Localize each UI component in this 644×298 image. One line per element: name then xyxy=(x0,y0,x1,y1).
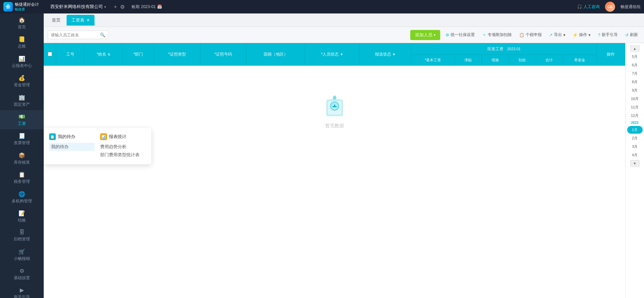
service-button[interactable]: 🎧 人工咨询 xyxy=(577,4,600,10)
popup-todo-item-0[interactable]: 我的待办 xyxy=(49,143,95,151)
reports-header-icon: 📊 xyxy=(100,133,107,140)
company-dropdown[interactable]: 西安虾米网络科技有限公司 ▾ xyxy=(50,4,106,10)
logo-area: 会 畅捷通好会计 畅捷通 xyxy=(3,2,47,12)
month-item-nov[interactable]: 11月 xyxy=(627,103,643,111)
month-item-sep[interactable]: 9月 xyxy=(627,87,643,94)
month-sidebar: ▲ 5月 6月 7月 8月 9月 10月 xyxy=(625,43,644,298)
guide-button[interactable]: ? 新手引导 xyxy=(596,31,620,39)
refresh-icon: ↺ xyxy=(625,33,629,37)
special-deduction-button[interactable]: ＋ 专项附加扣除 xyxy=(480,31,514,39)
sidebar-item-multi-org[interactable]: 🌐 多机构管理 xyxy=(0,188,44,207)
social-security-label: 统一社保设置 xyxy=(451,32,475,38)
sidebar-item-assets[interactable]: 🏢 固定资产 xyxy=(0,91,44,110)
sidebar-item-label: 结账 xyxy=(18,218,26,223)
sidebar-item-close[interactable]: 📝 结账 xyxy=(0,207,44,226)
reports-header-label: 报表统计 xyxy=(109,134,126,140)
tab-salary[interactable]: 工资表 ✕ xyxy=(67,15,94,26)
guide-label: 新手引导 xyxy=(602,32,618,38)
month-item-feb-2023[interactable]: 2月 xyxy=(627,134,643,142)
popup-col-todo: 📋 我的待办 我的待办 xyxy=(49,133,95,159)
checkbox-all-th[interactable] xyxy=(44,43,56,66)
operations-button[interactable]: ⚡ 操作 ▾ xyxy=(571,31,593,39)
tax-report-button[interactable]: 📋 个税申报 xyxy=(517,31,544,39)
sidebar-item-label: 发票管理 xyxy=(14,140,30,145)
settings-side-icon: ⚙ xyxy=(20,268,24,274)
svg-point-5 xyxy=(333,105,334,106)
sidebar-item-label: 首页 xyxy=(18,25,26,29)
sidebar-item-archive[interactable]: 🗄 归档管理 xyxy=(0,226,44,245)
col-status: *人员状态 ▼ xyxy=(305,43,359,66)
select-all-checkbox[interactable] xyxy=(48,52,52,56)
month-item-aug[interactable]: 8月 xyxy=(627,78,643,86)
sidebar-item-home[interactable]: 🏠 首页 xyxy=(0,13,44,33)
sidebar-item-fund[interactable]: 💰 资金管理 xyxy=(0,71,44,91)
sidebar-item-settings[interactable]: ⚙ 基础设置 xyxy=(0,264,44,284)
col-nation: 国籍（地区） xyxy=(247,43,305,66)
sidebar-item-ledger[interactable]: 📒 总账 xyxy=(0,33,44,52)
sidebar-item-label: 库存核算 xyxy=(14,160,30,165)
ledger-icon: 📒 xyxy=(18,36,25,42)
sidebar-item-label: 工资 xyxy=(18,121,26,126)
month-item-jul[interactable]: 7月 xyxy=(627,70,643,77)
month-item-dec[interactable]: 12月 xyxy=(627,112,643,120)
operations-dropdown-icon: ▾ xyxy=(589,33,591,37)
salary-icon: 💵 xyxy=(18,113,25,120)
headphone-icon: 🎧 xyxy=(577,4,582,9)
social-security-button[interactable]: ⚙ 统一社保设置 xyxy=(444,31,477,39)
service-label: 人工咨询 xyxy=(583,4,600,10)
logo-text: 畅捷通好会计 畅捷通 xyxy=(15,2,39,12)
month-item-jun[interactable]: 6月 xyxy=(627,61,643,69)
search-icon: 🔍 xyxy=(100,32,105,37)
sidebar-item-reports[interactable]: 📊 云报表中心 xyxy=(0,52,44,71)
inventory-icon: 📦 xyxy=(18,152,25,159)
sub-col-basic: *基本工资 xyxy=(411,55,455,66)
guide-toolbar-icon: ? xyxy=(598,33,600,37)
add-icon[interactable]: ＋ xyxy=(113,3,118,10)
settings-icon[interactable]: ⚙ xyxy=(120,4,125,10)
month-item-oct[interactable]: 10月 xyxy=(627,95,643,103)
export-button[interactable]: ↗ 导出 ▾ xyxy=(547,31,567,39)
empty-illustration xyxy=(321,93,348,120)
month-item-jan-2023[interactable]: 1月 xyxy=(627,126,643,134)
sidebar-item-guide[interactable]: ▶ 新手引导 xyxy=(0,284,44,298)
sub-col-pension: 养老金 xyxy=(563,55,597,66)
popup-menu: 📋 我的待办 我的待办 📊 报表统计 费用趋势分析 部门费用类型统计表 xyxy=(44,128,151,164)
refresh-button[interactable]: ↺ 刷新 xyxy=(623,31,640,39)
sidebar-item-label: 归档管理 xyxy=(14,237,30,241)
sidebar-item-label: 新手引导 xyxy=(14,295,30,298)
popup-report-item-0[interactable]: 费用趋势分析 xyxy=(100,143,146,151)
company-name: 西安虾米网络科技有限公司 xyxy=(50,4,103,10)
sidebar-item-inventory[interactable]: 📦 库存核算 xyxy=(0,149,44,168)
popup-report-item-1[interactable]: 部门费用类型统计表 xyxy=(100,151,146,159)
user-name: 畅捷通组组 xyxy=(620,4,641,10)
sidebar-item-tax[interactable]: 📋 税务管理 xyxy=(0,168,44,187)
sidebar-item-label: 固定资产 xyxy=(14,102,30,107)
period-label: 账期 xyxy=(131,4,140,10)
dropdown-arrow-icon: ▾ xyxy=(434,33,435,37)
invoice-icon: 🧾 xyxy=(18,133,25,139)
month-item-apr-2023[interactable]: 4月 xyxy=(627,151,643,159)
add-person-button[interactable]: 添加人员 ▾ xyxy=(410,30,440,40)
todo-header-label: 我的待办 xyxy=(58,134,75,140)
table-container: 工号 *姓名 ⇅ *部门 *证照类型 xyxy=(44,43,625,298)
calendar-icon[interactable]: 📅 xyxy=(157,4,162,9)
month-nav-down[interactable]: ▼ xyxy=(630,160,640,167)
sidebar-item-invoice[interactable]: 🧾 发票管理 xyxy=(0,129,44,148)
toolbar-right: 添加人员 ▾ ⚙ 统一社保设置 ＋ 专项附加扣除 📋 个税申报 ↗ 导出 xyxy=(410,30,640,40)
month-item-mar-2023[interactable]: 3月 xyxy=(627,143,643,151)
svg-marker-7 xyxy=(333,95,336,99)
search-input[interactable] xyxy=(51,33,98,37)
refresh-label: 刷新 xyxy=(630,32,638,38)
close-tab-icon[interactable]: ✕ xyxy=(86,18,90,23)
operations-label: 操作 xyxy=(579,32,587,38)
tab-bar: 首页 工资表 ✕ xyxy=(44,13,644,27)
tab-home[interactable]: 首页 xyxy=(47,15,65,26)
sidebar-item-label: 基础设置 xyxy=(14,275,30,280)
sidebar-item-salary[interactable]: 💵 工资 xyxy=(0,110,44,129)
export-dropdown-icon: ▾ xyxy=(563,33,565,37)
col-id-type: *证照类型 xyxy=(154,43,200,66)
sidebar-item-expense[interactable]: 🛒 小畅报销 xyxy=(0,245,44,264)
month-item-may[interactable]: 5月 xyxy=(627,53,643,61)
sidebar-item-label: 多机构管理 xyxy=(12,199,32,203)
month-nav-up[interactable]: ▲ xyxy=(630,45,640,52)
